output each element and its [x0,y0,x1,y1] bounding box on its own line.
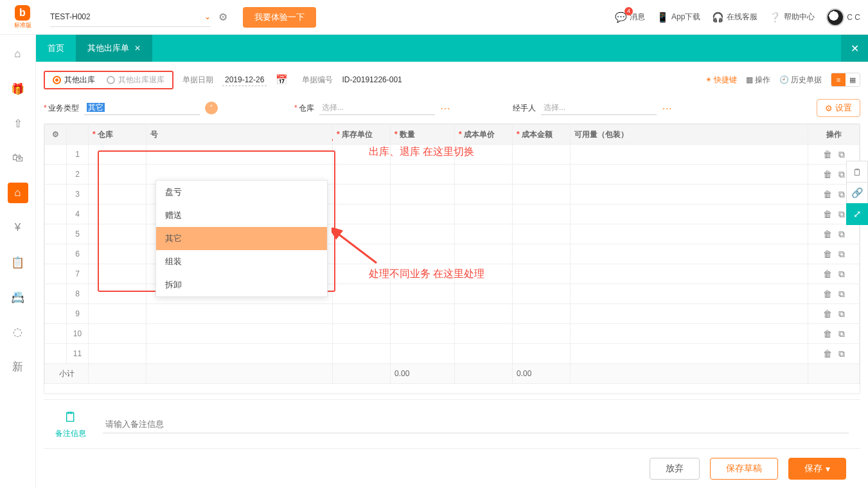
field-warehouse[interactable]: *仓库 选择... ⋯ [294,101,493,115]
remark-input[interactable] [103,415,849,433]
delete-row-icon[interactable]: 🗑 [823,309,832,320]
delete-row-icon[interactable]: 🗑 [823,189,832,200]
th-warehouse: 仓库 [89,125,146,145]
copy-row-icon[interactable]: ⧉ [838,249,845,260]
field-biz-type[interactable]: *业务类型 其它 ˄ [44,101,275,115]
delete-row-icon[interactable]: 🗑 [823,269,832,280]
nav-purchase-icon[interactable]: ⇧ [8,113,28,134]
tool-operate[interactable]: ▦操作 [746,75,770,86]
chevron-up-icon[interactable]: ˄ [205,102,218,114]
top-right-tools: 💬4 消息 📱 App下载 🎧 在线客服 ❔ 帮助中心 C C [615,8,860,26]
page-body: 其他出库 其他出库退库 单据日期 2019-12-26 📅 单据编号 ID-20… [36,62,868,488]
copy-row-icon[interactable]: ⧉ [838,269,845,280]
copy-row-icon[interactable]: ⧉ [838,309,845,320]
copy-row-icon[interactable]: ⧉ [838,289,845,300]
float-expand-icon[interactable]: ⤢ [846,203,868,225]
nav-report-icon[interactable]: 📋 [8,252,28,273]
experience-button[interactable]: 我要体验一下 [243,7,316,28]
dropdown-option[interactable]: 盘亏 [156,181,327,204]
doc-date-value[interactable]: 2019-12-26 [222,74,267,86]
subtotal-label: 小计 [45,364,89,384]
warehouse-input[interactable]: 选择... [319,101,435,115]
more-icon[interactable]: ⋯ [662,102,673,114]
tool-shortcut[interactable]: ✴快捷键 [705,75,737,86]
nav-contacts-icon[interactable]: 📇 [8,287,28,307]
message-icon: 💬4 [615,12,627,23]
phone-icon: 📱 [657,12,669,23]
view-list-icon[interactable]: ≡ [831,73,846,86]
table-row[interactable]: 10🗑⧉ [45,324,860,344]
dropdown-option[interactable]: 赠送 [156,204,327,227]
delete-row-icon[interactable]: 🗑 [823,329,832,339]
nav-finance-icon[interactable]: ¥ [8,217,28,238]
nav-warehouse-icon[interactable]: ⌂ [8,183,28,203]
dropdown-option-selected[interactable]: 其它 [156,227,327,250]
online-service-link[interactable]: 🎧 在线客服 [712,12,757,23]
copy-row-icon[interactable]: ⧉ [838,348,845,359]
float-note-icon[interactable]: 🗒 [846,161,868,183]
user-menu[interactable]: C C [826,8,860,26]
copy-row-icon[interactable]: ⧉ [838,149,845,160]
org-name: TEST-H002 [50,12,91,21]
view-grid-icon[interactable]: ▦ [846,73,860,86]
save-button[interactable]: 保存 ▾ [788,458,846,480]
delete-row-icon[interactable]: 🗑 [823,289,832,300]
nav-sale-icon[interactable]: 🛍 [8,148,28,168]
table-row[interactable]: 11🗑⧉ [45,344,860,364]
radio-other-return[interactable]: 其他出库退库 [107,75,164,86]
subtotal-row: 小计 0.00 0.00 [45,364,860,384]
bolt-icon: ✴ [705,75,712,84]
radio-dot-icon [53,76,61,84]
th-qty: 数量 [391,125,455,145]
discard-button[interactable]: 放弃 [650,458,700,480]
help-icon: ❔ [769,12,781,23]
field-handler[interactable]: 经手人 选择... ⋯ [513,101,712,115]
help-center-link[interactable]: ❔ 帮助中心 [769,12,815,23]
th-cost-price: 成本单价 [455,125,513,145]
delete-row-icon[interactable]: 🗑 [823,149,832,160]
gear-icon[interactable]: ⚙ [218,11,227,23]
copy-row-icon[interactable]: ⧉ [838,169,845,180]
nav-flow-icon[interactable]: ◌ [8,321,28,342]
settings-button[interactable]: ⚙设置 [817,99,860,117]
delete-row-icon[interactable]: 🗑 [823,249,832,260]
nav-home-icon[interactable]: ⌂ [8,44,28,64]
view-toggle: ≡ ▦ [831,73,860,87]
left-nav: ⌂ 🎁 ⇧ 🛍 ⌂ ¥ 📋 📇 ◌ 新 [0,35,36,488]
radio-other-out[interactable]: 其他出库 [53,75,95,86]
delete-row-icon[interactable]: 🗑 [823,229,832,240]
save-draft-button[interactable]: 保存草稿 [710,458,778,480]
nav-gift-icon[interactable]: 🎁 [8,78,28,99]
doc-right-tools: ✴快捷键 ▦操作 🕘历史单据 ≡ ▦ [705,73,860,87]
dropdown-option[interactable]: 拆卸 [156,273,327,296]
more-icon[interactable]: ⋯ [440,102,451,114]
close-all-tabs-icon[interactable]: ✕ [841,35,868,62]
delete-row-icon[interactable]: 🗑 [823,209,832,220]
doc-no-label: 单据编号 [302,75,333,86]
copy-row-icon[interactable]: ⧉ [838,189,845,200]
radio-dot-icon [107,76,115,84]
subtotal-amount: 0.00 [513,364,571,384]
footer-actions: 放弃 保存草稿 保存 ▾ [44,448,860,488]
close-tab-icon[interactable]: ✕ [134,44,141,53]
copy-row-icon[interactable]: ⧉ [838,209,845,220]
nav-new-icon[interactable]: 新 [8,356,28,377]
biz-type-input[interactable]: 其它 [84,101,200,115]
messages-link[interactable]: 💬4 消息 [615,12,645,23]
org-selector[interactable]: TEST-H002 ⌄ [50,8,211,27]
tool-history[interactable]: 🕘历史单据 [779,75,822,86]
handler-input[interactable]: 选择... [541,101,657,115]
tab-other-outbound[interactable]: 其他出库单 ✕ [76,35,152,62]
table-row[interactable]: 9🗑⧉ [45,304,860,324]
app-download-link[interactable]: 📱 App下载 [657,12,700,23]
float-link-icon[interactable]: 🔗 [846,182,868,204]
tab-home[interactable]: 首页 [36,35,76,62]
copy-row-icon[interactable]: ⧉ [838,229,845,240]
calendar-icon[interactable]: 📅 [276,74,288,86]
delete-row-icon[interactable]: 🗑 [823,169,832,180]
delete-row-icon[interactable]: 🗑 [823,348,832,359]
table-row[interactable]: 1🗑⧉ [45,145,860,165]
dropdown-option[interactable]: 组装 [156,250,327,273]
th-gear[interactable]: ⚙ [45,125,67,145]
copy-row-icon[interactable]: ⧉ [838,329,845,339]
